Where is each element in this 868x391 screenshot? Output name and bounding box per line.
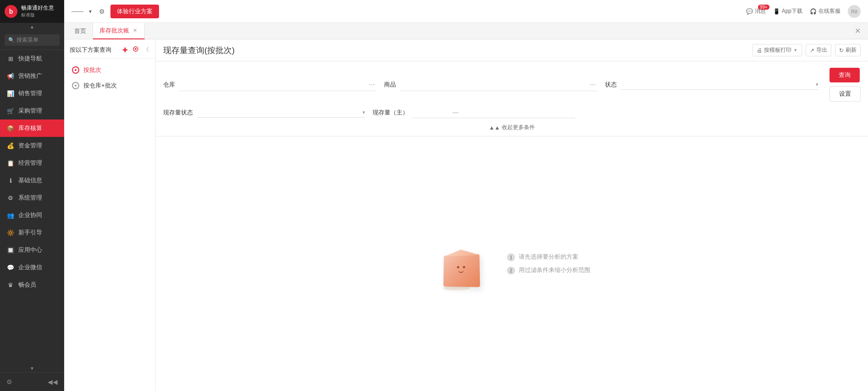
inventory-qty-label: 现存量（主） — [373, 109, 408, 117]
purchase-icon: 🛒 — [6, 107, 15, 115]
svg-point-2 — [75, 69, 77, 71]
messages-btn[interactable]: 💬 消息 99+ — [746, 7, 766, 15]
sidebar-item-enterprise[interactable]: 👥 企业协同 — [0, 206, 64, 224]
empty-shadow-graphic — [443, 286, 470, 290]
sidebar-nav: ⊞ 快捷导航 📢 营销推广 📊 销售管理 🛒 采购管理 📦 库存核算 💰 资金管… — [0, 50, 64, 364]
inventory-status-select[interactable]: ▾ — [197, 108, 365, 118]
sidebar-item-marketing[interactable]: 📢 营销推广 — [0, 67, 64, 85]
product-input-wrap[interactable]: ··· — [400, 79, 598, 91]
search-icon: 🔍 — [8, 37, 15, 43]
product-input[interactable] — [400, 81, 588, 88]
inventory-qty-sep: — — [449, 109, 462, 116]
empty-text: 1 请先选择要分析的方案 2 用过滤条件来缩小分析范围 — [507, 253, 590, 275]
sidebar-item-purchase[interactable]: 🛒 采购管理 — [0, 102, 64, 119]
sidebar-item-member[interactable]: ♛ 畅会员 — [0, 276, 64, 293]
filter-settings-btn[interactable]: 设置 — [830, 86, 861, 102]
sidebar: b 畅康通好生意 标准版 ▲ 🔍 搜索菜单 ⊞ 快捷导航 📢 营销推广 📊 销售… — [0, 0, 64, 391]
sidebar-item-label-app-center: 应用中心 — [18, 246, 42, 254]
refresh-btn-label: 刷新 — [846, 46, 857, 54]
app-download-btn[interactable]: 📱 App下载 — [773, 7, 802, 15]
tab-home[interactable]: 首页 — [68, 23, 93, 39]
topbar-gear-btn[interactable]: ⚙ — [97, 6, 107, 17]
app-download-label: App下载 — [782, 7, 802, 15]
sidebar-search[interactable]: 🔍 搜索菜单 — [0, 31, 64, 50]
sidebar-item-newbie[interactable]: 🔆 新手引导 — [0, 224, 64, 241]
wechat-icon: 💬 — [6, 263, 15, 272]
collapse-chevron-icon: ▲▲ — [489, 125, 500, 131]
sidebar-item-wechat[interactable]: 💬 企业微信 — [0, 259, 64, 276]
inventory-qty-from-input[interactable] — [412, 109, 449, 116]
sidebar-item-label-wechat: 企业微信 — [18, 263, 42, 272]
left-panel-actions: ✚ 《 — [121, 45, 150, 54]
tabs-bar: 首页 库存批次账 ✕ ✕ — [64, 23, 868, 39]
sidebar-item-sales[interactable]: 📊 销售管理 — [0, 85, 64, 102]
empty-state: 1 请先选择要分析的方案 2 用过滤条件来缩小分析范围 — [156, 136, 868, 391]
by-warehouse-batch-scheme-icon — [71, 81, 80, 90]
warehouse-label: 仓库 — [163, 81, 175, 89]
sidebar-scroll-up[interactable]: ▲ — [0, 23, 64, 31]
breadcrumb: —— — [71, 8, 83, 15]
breadcrumb-dropdown-btn[interactable]: ▾ — [87, 7, 93, 16]
sidebar-item-label-quick-nav: 快捷导航 — [18, 54, 42, 63]
warehouse-input[interactable] — [179, 81, 367, 88]
scheme-item-by-batch[interactable]: 按批次 — [64, 62, 155, 78]
hint-text-1: 请先选择要分析的方案 — [519, 253, 578, 261]
tabs-close-all-icon[interactable]: ✕ — [851, 25, 864, 37]
export-icon: ↗ — [810, 47, 814, 54]
tab-close-icon[interactable]: ✕ — [132, 27, 138, 33]
status-select[interactable]: ▾ — [621, 80, 819, 90]
filter-row-2: 现存量状态 ▾ 现存量（主） — — [163, 107, 861, 118]
by-batch-scheme-icon — [71, 66, 80, 74]
add-scheme-btn[interactable]: ✚ — [121, 45, 129, 54]
footer-settings-icon[interactable]: ⚙ — [5, 376, 14, 387]
filter-actions: 查询 设置 — [830, 68, 861, 102]
sales-icon: 📊 — [6, 89, 15, 98]
search-menu-button[interactable]: 🔍 搜索菜单 — [5, 34, 60, 46]
print-btn-label: 按模板打印 — [764, 46, 791, 54]
sidebar-item-operation[interactable]: 📋 经营管理 — [0, 154, 64, 172]
app-logo: b — [5, 5, 17, 18]
filter-row-1: 仓库 ··· 商品 ··· 状态 — [163, 68, 861, 102]
query-btn[interactable]: 查询 — [830, 68, 860, 82]
status-label: 状态 — [605, 81, 617, 89]
refresh-icon: ↻ — [839, 47, 844, 54]
scheme-settings-btn[interactable] — [132, 45, 140, 54]
company-name: 畅康通好生意 — [21, 5, 54, 12]
sidebar-item-basic[interactable]: ℹ 基础信息 — [0, 172, 64, 189]
scheme-list: 按批次 按仓库+批次 — [64, 59, 155, 391]
product-more-btn[interactable]: ··· — [588, 81, 598, 89]
print-btn[interactable]: 🖨 按模板打印 ▾ — [753, 44, 802, 56]
export-btn[interactable]: ↗ 导出 — [806, 44, 831, 56]
online-service-btn[interactable]: 🎧 在线客服 — [810, 7, 841, 15]
sidebar-item-system[interactable]: ⚙ 系统管理 — [0, 189, 64, 206]
warehouse-input-wrap[interactable]: ··· — [179, 79, 377, 91]
newbie-icon: 🔆 — [6, 228, 15, 237]
sidebar-item-quick-nav[interactable]: ⊞ 快捷导航 — [0, 50, 64, 67]
sidebar-item-label-purchase: 采购管理 — [18, 107, 42, 115]
empty-face-graphic — [454, 266, 468, 275]
footer-collapse-icon[interactable]: ◀◀ — [46, 376, 60, 387]
sidebar-item-app-center[interactable]: 🔲 应用中心 — [0, 241, 64, 259]
sidebar-title-block: 畅康通好生意 标准版 — [21, 5, 54, 18]
trial-btn[interactable]: 体验行业方案 — [110, 5, 159, 18]
refresh-btn[interactable]: ↻ 刷新 — [835, 44, 861, 56]
online-service-label: 在线客服 — [819, 7, 841, 15]
system-icon: ⚙ — [6, 194, 15, 202]
warehouse-more-btn[interactable]: ··· — [367, 81, 377, 89]
sidebar-item-inventory[interactable]: 📦 库存核算 — [0, 119, 64, 137]
left-panel-collapse-icon[interactable]: 《 — [143, 45, 150, 54]
app-version: 标准版 — [21, 12, 54, 18]
inventory-qty-to-input[interactable] — [462, 109, 499, 116]
filter-collapse-btn[interactable]: ▲▲ 收起更多条件 — [163, 124, 861, 131]
print-dropdown-btn[interactable]: ▾ — [793, 47, 798, 53]
tab-inventory-batch[interactable]: 库存批次账 ✕ — [93, 23, 145, 39]
phone-icon: 📱 — [773, 8, 780, 15]
marketing-icon: 📢 — [6, 72, 15, 80]
sidebar-item-finance[interactable]: 💰 资金管理 — [0, 137, 64, 154]
sidebar-scroll-down[interactable]: ▼ — [0, 364, 64, 372]
app-center-icon: 🔲 — [6, 246, 15, 254]
empty-eyes-graphic — [457, 266, 465, 268]
user-avatar-btn[interactable]: Rit — [848, 5, 861, 18]
scheme-item-by-warehouse-batch[interactable]: 按仓库+批次 — [64, 78, 155, 93]
page-title-bar: 现存量查询(按批次) 🖨 按模板打印 ▾ ↗ 导出 ↻ 刷新 — [156, 39, 868, 61]
